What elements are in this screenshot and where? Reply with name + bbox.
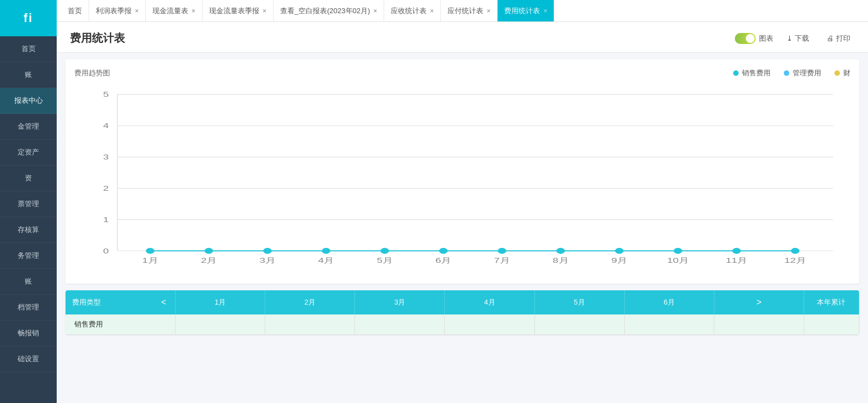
chart-section: 费用趋势图 销售费用 管理费用 财: [65, 59, 859, 284]
svg-text:7月: 7月: [494, 256, 510, 264]
th-month-4: 4月: [445, 290, 534, 314]
svg-point-33: [615, 248, 624, 254]
svg-point-25: [146, 248, 155, 254]
td-sales-total: [804, 314, 859, 334]
svg-text:10月: 10月: [667, 256, 689, 264]
main-content: 首页 利润表季报 × 现金流量表 × 现金流量表季报 × 查看_空白报表(202…: [57, 0, 868, 403]
th-month-3: 3月: [355, 290, 445, 314]
th-total: 本年累计: [804, 290, 859, 314]
td-sales-m2: [265, 314, 355, 334]
sidebar-item-inventory[interactable]: 存核算: [0, 217, 57, 243]
svg-text:8月: 8月: [553, 256, 569, 264]
sidebar-item-account[interactable]: 账: [0, 62, 57, 88]
legend-finance: 财: [834, 68, 850, 78]
svg-point-26: [205, 248, 214, 254]
legend-admin: 管理费用: [784, 68, 821, 78]
svg-text:1: 1: [103, 216, 108, 224]
tab-receivable[interactable]: 应收统计表 ×: [384, 0, 441, 22]
table-next-button[interactable]: >: [754, 297, 763, 307]
svg-point-27: [263, 248, 272, 254]
sidebar-item-capital[interactable]: 资: [0, 165, 57, 191]
svg-text:4: 4: [103, 122, 108, 130]
sidebar-item-archive[interactable]: 档管理: [0, 295, 57, 321]
legend-label-admin: 管理费用: [793, 68, 821, 78]
tab-cashflow[interactable]: 现金流量表 ×: [146, 0, 203, 22]
svg-text:5: 5: [103, 90, 108, 98]
svg-text:3月: 3月: [259, 256, 275, 264]
svg-point-31: [498, 248, 506, 254]
th-nav-next[interactable]: >: [714, 290, 804, 314]
td-sales-m4: [445, 314, 534, 334]
svg-point-28: [322, 248, 331, 254]
svg-text:3: 3: [103, 153, 108, 161]
close-tab-receivable[interactable]: ×: [430, 7, 434, 15]
th-type-label: 费用类型: [72, 297, 101, 307]
print-icon: 🖨: [827, 34, 834, 42]
download-button[interactable]: ⤓ 下载: [782, 31, 814, 46]
legend-dot-admin: [784, 70, 789, 76]
close-tab-cashflow[interactable]: ×: [192, 7, 195, 15]
table-row: 销售费用: [65, 314, 859, 335]
td-sales-m6: [625, 314, 714, 334]
app-logo: fi: [0, 0, 57, 36]
tab-home[interactable]: 首页: [61, 0, 89, 22]
tab-expense-stats[interactable]: 费用统计表 ×: [498, 0, 554, 22]
svg-text:9月: 9月: [612, 256, 627, 264]
svg-point-30: [439, 248, 448, 254]
svg-text:2月: 2月: [201, 256, 217, 264]
sidebar-item-finance[interactable]: 金管理: [0, 114, 57, 140]
table-prev-button[interactable]: <: [159, 297, 168, 307]
print-button[interactable]: 🖨 打印: [822, 31, 855, 46]
sidebar-item-expense[interactable]: 畅报销: [0, 321, 57, 346]
legend-dot-finance: [834, 70, 840, 76]
svg-text:1月: 1月: [142, 256, 158, 264]
sidebar-item-reports[interactable]: 报表中心: [0, 88, 57, 114]
page-header: 费用统计表 图表 ⤓ 下载 🖨 打印: [57, 22, 868, 53]
svg-point-35: [732, 248, 741, 254]
td-sales-m5: [535, 314, 625, 334]
chart-toggle[interactable]: [735, 33, 756, 44]
legend-label-finance: 财: [843, 68, 850, 78]
svg-text:0: 0: [103, 246, 108, 255]
page-title: 费用统计表: [70, 31, 125, 46]
page-content: 费用统计表 图表 ⤓ 下载 🖨 打印 费用趋势图: [57, 22, 868, 403]
th-month-2: 2月: [265, 290, 355, 314]
sidebar-item-invoice[interactable]: 票管理: [0, 191, 57, 217]
close-tab-profit-quarterly[interactable]: ×: [135, 7, 139, 15]
sidebar-item-home[interactable]: 首页: [0, 36, 57, 62]
print-label: 打印: [836, 34, 850, 43]
th-type: 费用类型 <: [65, 290, 176, 314]
svg-point-34: [674, 248, 683, 254]
legend-sales: 销售费用: [733, 68, 771, 78]
chart-legend: 销售费用 管理费用 财: [733, 68, 850, 78]
tab-blank-report[interactable]: 查看_空白报表(2023年02月) ×: [274, 0, 384, 22]
chart-title: 费用趋势图: [74, 68, 110, 78]
sidebar-item-ledger[interactable]: 账: [0, 269, 57, 295]
tab-bar: 首页 利润表季报 × 现金流量表 × 现金流量表季报 × 查看_空白报表(202…: [57, 0, 868, 22]
tab-profit-quarterly[interactable]: 利润表季报 ×: [89, 0, 146, 22]
download-icon: ⤓: [787, 34, 793, 42]
close-tab-expense-stats[interactable]: ×: [543, 7, 547, 15]
svg-text:5月: 5月: [376, 256, 392, 264]
tab-payable[interactable]: 应付统计表 ×: [441, 0, 498, 22]
close-tab-cashflow-quarterly[interactable]: ×: [263, 7, 266, 15]
expense-table: 费用类型 < 1月 2月 3月 4月 5月 6月 > 本年累计 销售费用: [65, 290, 859, 335]
download-label: 下载: [795, 34, 809, 43]
tab-cashflow-quarterly[interactable]: 现金流量表季报 ×: [203, 0, 274, 22]
td-sales-m3: [355, 314, 445, 334]
sidebar-item-affairs[interactable]: 务管理: [0, 243, 57, 269]
sidebar: fi 首页 账 报表中心 金管理 定资产 资 票管理 存核算 务管理 账 档管理…: [0, 0, 57, 403]
svg-text:6月: 6月: [435, 256, 451, 264]
th-month-1: 1月: [176, 290, 265, 314]
svg-point-36: [791, 248, 800, 254]
th-month-5: 5月: [535, 290, 625, 314]
sidebar-item-settings[interactable]: 础设置: [0, 346, 57, 372]
chart-svg: 0 1 2 3 4 5 1月 2月 3月 4月 5月 6月 7月 8月 9月: [74, 82, 850, 275]
close-tab-blank-report[interactable]: ×: [373, 7, 377, 15]
sidebar-item-assets[interactable]: 定资产: [0, 140, 57, 165]
legend-label-sales: 销售费用: [742, 68, 771, 78]
td-sales-m1: [176, 314, 265, 334]
chart-toggle-label: 图表: [759, 34, 773, 43]
close-tab-payable[interactable]: ×: [487, 7, 490, 15]
svg-point-32: [556, 248, 565, 254]
